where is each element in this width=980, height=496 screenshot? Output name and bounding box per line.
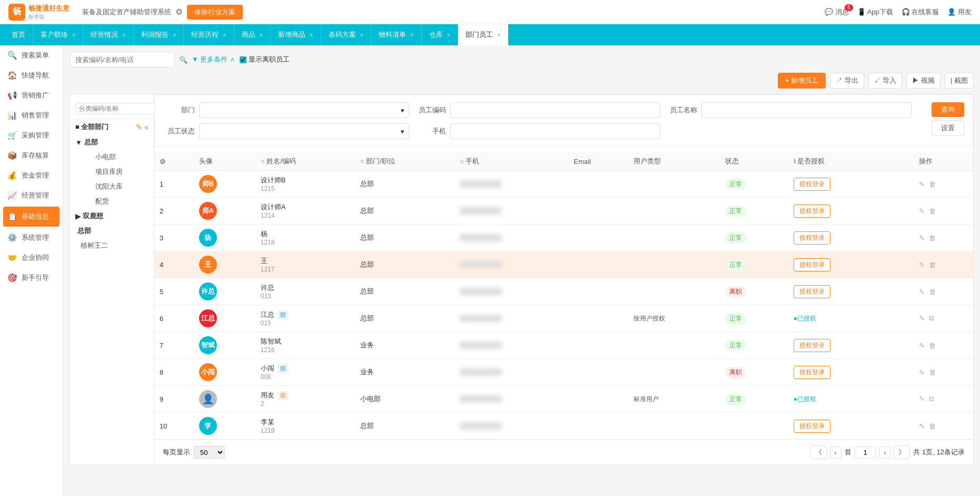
emp-name-input[interactable] [701, 102, 912, 118]
add-employee-button[interactable]: + 新增员工 [778, 73, 826, 89]
search-icon[interactable]: 🔍 [179, 56, 187, 64]
tab-profit[interactable]: 利润报告 × [134, 24, 184, 45]
dept-collapse-icon[interactable]: « [144, 123, 149, 131]
delete-icon[interactable]: 🗑 [929, 207, 936, 215]
tab-customer[interactable]: 客户联络 × [33, 24, 83, 45]
edit-icon[interactable]: ✎ [919, 395, 925, 403]
import-button[interactable]: ↙ 导入 [868, 73, 903, 89]
dept-select[interactable]: ▾ [199, 102, 409, 118]
dept-item-shenyang[interactable]: 沈阳大库 [85, 179, 154, 194]
edit-icon[interactable]: ✎ [919, 234, 925, 242]
tab-process[interactable]: 经营历程 × [184, 24, 234, 45]
tab-new-goods[interactable]: 新增商品 × [271, 24, 321, 45]
auth-login-btn[interactable]: 授权登录 [794, 178, 830, 191]
col-name[interactable]: ⇅ 姓名/编码 [255, 152, 355, 171]
tab-home[interactable]: 首页 [4, 24, 33, 45]
last-page-btn[interactable]: 》 [894, 445, 910, 459]
trial-button[interactable]: 体验行业方案 [187, 5, 243, 20]
delete-icon[interactable]: 🗑 [929, 422, 936, 430]
message-btn[interactable]: 💬 消息 5 [825, 7, 849, 17]
auth-login-btn[interactable]: 授权登录 [794, 285, 830, 298]
delete-icon[interactable]: 🗑 [929, 261, 936, 269]
copy-icon[interactable]: ⧉ [929, 395, 934, 403]
sidebar-item-purchase[interactable]: 🛒采购管理 [0, 125, 63, 145]
edit-icon[interactable]: ✎ [919, 368, 925, 376]
next-page-btn[interactable]: › [879, 446, 890, 459]
edit-icon[interactable]: ✎ [919, 342, 925, 349]
sidebar-item-marketing[interactable]: 📢营销推广 [0, 85, 63, 105]
phone-input[interactable] [450, 123, 660, 139]
sidebar-item-system[interactable]: ⚙️系统管理 [0, 228, 63, 248]
auth-login-btn[interactable]: 授权登录 [794, 231, 830, 245]
view-button[interactable]: ▶ 视频 [906, 73, 941, 89]
sidebar-item-sales[interactable]: 📊销售管理 [0, 105, 63, 125]
sidebar-item-collab[interactable]: 🤝企业协同 [0, 248, 63, 268]
tab-bom[interactable]: 物料清单 × [371, 24, 421, 45]
auth-login-btn[interactable]: 授权登录 [794, 420, 830, 433]
page-size-select[interactable]: 50 20 100 [193, 446, 225, 459]
dept-edit-icon[interactable]: ✎ [136, 123, 142, 131]
delete-icon[interactable]: 🗑 [929, 342, 936, 349]
query-button[interactable]: 查询 [932, 102, 964, 117]
auth-login-btn[interactable]: 授权登录 [794, 258, 830, 271]
more-button[interactable]: | 截图 [945, 73, 974, 89]
dept-item-delivery[interactable]: 配货 [85, 194, 154, 209]
col-settings[interactable]: ⚙ [154, 152, 194, 171]
prev-page-btn[interactable]: ‹ [830, 446, 842, 459]
sidebar-item-guide[interactable]: 🎯新手引导 [0, 268, 63, 288]
dept-item-zhishuwang[interactable]: 植树王二 [70, 238, 154, 253]
app-download-btn[interactable]: 📱 App下载 [857, 7, 893, 17]
tab-department[interactable]: 部门员工 × [458, 24, 508, 45]
search-input[interactable] [70, 52, 175, 67]
page-number-input[interactable] [855, 446, 876, 459]
pagination: 每页显示 50 20 100 《 ‹ 首 › 》 共 1页, 12条记录 [154, 440, 973, 464]
sidebar-item-inventory[interactable]: 📦库存核算 [0, 145, 63, 166]
sidebar-item-search[interactable]: 🔍搜索菜单 [0, 45, 63, 65]
edit-icon[interactable]: ✎ [919, 180, 925, 188]
edit-icon[interactable]: ✎ [919, 261, 925, 269]
online-service-btn[interactable]: 🎧 在线客服 [902, 7, 939, 17]
user-avatar[interactable]: 👤 用友 [947, 7, 972, 17]
edit-icon[interactable]: ✎ [919, 207, 925, 215]
sidebar-item-basic[interactable]: 📋基础信息 [3, 207, 60, 227]
dept-item-project[interactable]: 项目库房 [85, 164, 154, 179]
delete-icon[interactable]: 🗑 [929, 368, 936, 376]
delete-icon[interactable]: 🗑 [929, 234, 936, 242]
dept-item-zongbu2[interactable]: 总部 [70, 223, 154, 238]
auth-granted-label: ●已授权 [794, 395, 886, 404]
copy-icon[interactable]: ⧉ [929, 314, 934, 323]
first-page-btn[interactable]: 《 [810, 445, 827, 459]
delete-icon[interactable]: 🗑 [929, 288, 936, 296]
system-title: 装备及固定资产辅助管理系统 [82, 7, 171, 17]
auth-login-btn[interactable]: 授权登录 [794, 366, 830, 379]
sidebar-item-finance[interactable]: 💰资金管理 [0, 166, 63, 186]
dept-item-xiaodian[interactable]: 小电部 [85, 150, 154, 164]
more-conditions-btn[interactable]: ▼ 更多条件 ∧ [192, 55, 235, 64]
table-row: 2 师A 设计师A1214 总部 正常 授权登录 ✎🗑 [154, 198, 973, 225]
dept-item-shuangluxiang[interactable]: ▶双鹿想 [70, 209, 154, 223]
edit-icon[interactable]: ✎ [919, 288, 925, 296]
dept-search-input[interactable] [75, 103, 162, 114]
tab-goods[interactable]: 商品 × [234, 24, 271, 45]
show-resigned-checkbox[interactable]: 显示离职员工 [240, 55, 290, 64]
auth-login-btn[interactable]: 授权登录 [794, 339, 830, 352]
sidebar-item-nav[interactable]: 🏠快捷导航 [0, 65, 63, 85]
edit-icon[interactable]: ✎ [919, 422, 925, 430]
tab-barcode[interactable]: 条码方案 × [321, 24, 371, 45]
col-phone[interactable]: ⇅ 手机 [454, 152, 569, 171]
emp-status-select[interactable]: ▾ [199, 123, 409, 139]
tab-operation[interactable]: 经营情况 × [83, 24, 133, 45]
auth-login-btn[interactable]: 授权登录 [794, 205, 830, 218]
top-bar-right: 💬 消息 5 📱 App下载 🎧 在线客服 👤 用友 [825, 7, 972, 17]
settings-button[interactable]: ⚙ [175, 7, 183, 17]
delete-icon[interactable]: 🗑 [929, 180, 936, 188]
tab-warehouse[interactable]: 仓库 × [422, 24, 458, 45]
edit-icon[interactable]: ✎ [919, 314, 925, 323]
setting-button[interactable]: 设置 [932, 120, 964, 136]
col-dept[interactable]: ⇅ 部门/职位 [355, 152, 454, 171]
export-button[interactable]: ↗ 导出 [830, 73, 864, 89]
sidebar-item-management[interactable]: 📈经营管理 [0, 186, 63, 206]
emp-code-field: 员工编码 [414, 102, 660, 118]
dept-group-zongbu: ▼总部 小电部 项目库房 沈阳大库 配货 [70, 135, 154, 209]
emp-code-input[interactable] [450, 102, 660, 118]
